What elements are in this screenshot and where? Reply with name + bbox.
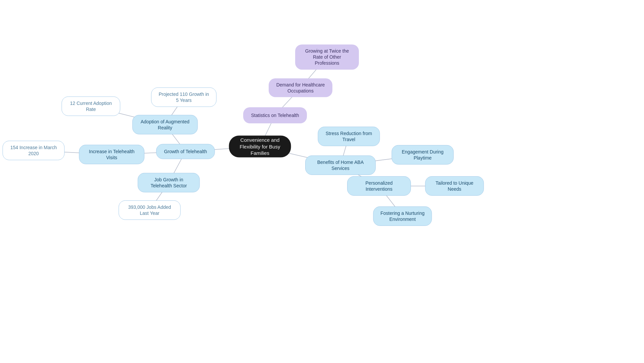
- stats-telehealth: Statistics on Telehealth: [243, 107, 307, 123]
- 154-increase: 154 Increase in March 2020: [3, 141, 65, 160]
- engagement-playtime: Engagement During Playtime: [392, 145, 454, 165]
- tailored: Tailored to Unique Needs: [425, 176, 484, 196]
- demand-healthcare: Demand for Healthcare Occupations: [269, 78, 332, 97]
- growth-telehealth: Growth of Telehealth: [156, 144, 215, 159]
- adoption-ar: Adoption of Augmented Reality: [132, 115, 198, 134]
- benefits-home: Benefits of Home ABA Services: [305, 156, 376, 175]
- growing-twice: Growing at Twice the Rate of Other Profe…: [295, 45, 359, 70]
- jobs-added: 393,000 Jobs Added Last Year: [119, 200, 181, 220]
- fostering: Fostering a Nurturing Environment: [373, 206, 432, 226]
- personalized: Personalized Interventions: [347, 176, 411, 196]
- current-adoption: 12 Current Adoption Rate: [62, 97, 120, 116]
- projected-growth: Projected 110 Growth in 5 Years: [151, 87, 217, 107]
- increase-visits: Increase in Telehealth Visits: [79, 145, 145, 164]
- stress-reduction: Stress Reduction from Travel: [318, 127, 380, 146]
- center-node: Convenience and Flexibility for Busy Fam…: [229, 136, 291, 158]
- job-growth: Job Growth in Telehealth Sector: [138, 173, 200, 192]
